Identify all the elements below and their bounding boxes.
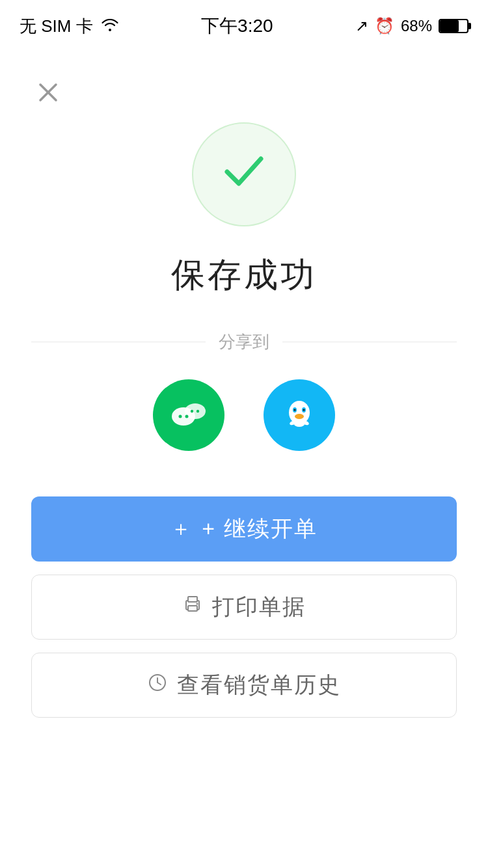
battery-icon (439, 19, 468, 33)
svg-point-8 (289, 401, 310, 424)
share-label: 分享到 (219, 331, 269, 353)
svg-point-12 (303, 409, 305, 411)
continue-order-button[interactable]: ＋ + 继续开单 (31, 496, 457, 562)
wechat-share-button[interactable] (153, 379, 224, 451)
svg-point-5 (185, 415, 189, 418)
plus-icon: ＋ (170, 515, 193, 543)
svg-point-4 (179, 415, 182, 418)
alarm-icon: ⏰ (375, 17, 394, 35)
location-icon: ↗ (355, 17, 368, 35)
main-content: 保存成功 分享到 (0, 52, 488, 868)
share-divider: 分享到 (31, 331, 457, 353)
svg-point-13 (295, 414, 304, 419)
svg-point-7 (197, 410, 199, 413)
status-left: 无 SIM 卡 (20, 15, 119, 38)
wifi-icon (101, 16, 119, 36)
divider-right (282, 342, 457, 342)
history-icon (147, 672, 168, 698)
action-buttons: ＋ + 继续开单 打印单据 查看销货单历史 (31, 496, 457, 718)
close-button-wrap (31, 52, 457, 116)
status-bar: 无 SIM 卡 下午3:20 ↗ ⏰ 68% (0, 0, 488, 52)
divider-left (31, 342, 206, 342)
success-circle (192, 122, 296, 226)
svg-point-16 (294, 422, 305, 427)
history-button[interactable]: 查看销货单历史 (31, 653, 457, 718)
svg-point-11 (294, 409, 296, 411)
print-button[interactable]: 打印单据 (31, 575, 457, 640)
qq-share-button[interactable] (264, 379, 335, 451)
svg-point-20 (197, 603, 198, 605)
print-label: 打印单据 (212, 592, 306, 622)
print-icon (182, 594, 203, 620)
continue-order-label: + 继续开单 (202, 514, 317, 544)
status-right: ↗ ⏰ 68% (355, 17, 468, 35)
no-sim-text: 无 SIM 卡 (20, 15, 93, 38)
close-button[interactable] (31, 75, 65, 109)
share-icons-row (153, 379, 335, 451)
svg-point-6 (191, 410, 193, 413)
status-time: 下午3:20 (201, 14, 273, 38)
svg-rect-18 (188, 597, 197, 602)
success-title: 保存成功 (171, 252, 317, 298)
battery-percent: 68% (401, 17, 432, 35)
history-label: 查看销货单历史 (177, 670, 341, 700)
svg-rect-19 (188, 606, 197, 611)
checkmark-icon (218, 144, 270, 205)
